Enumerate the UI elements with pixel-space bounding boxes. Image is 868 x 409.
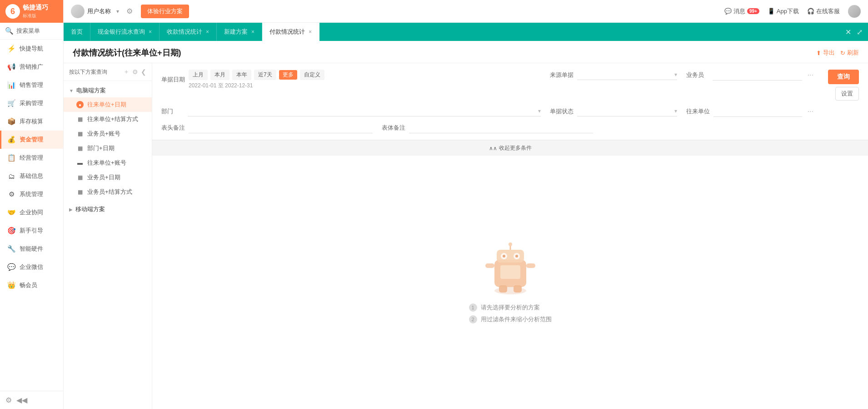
filter-staff: 业务员 ··· bbox=[686, 70, 813, 81]
scheme-dept-date[interactable]: ▦ 部门+日期 bbox=[64, 141, 152, 156]
purchase-icon: 🛒 bbox=[7, 99, 16, 108]
settings-bottom-icon[interactable]: ⚙ bbox=[5, 396, 12, 404]
sidebar-item-sales[interactable]: 📊 销售管理 bbox=[0, 76, 63, 94]
filter-source: 来源单据 ▾ bbox=[550, 70, 677, 80]
tab-payment-stats-close[interactable]: × bbox=[309, 29, 312, 35]
tab-home[interactable]: 首页 bbox=[64, 23, 90, 41]
scheme-unit-date-label: 往来单位+日期 bbox=[87, 101, 126, 109]
mobile-section-title: 移动端方案 bbox=[75, 205, 105, 213]
sidebar-item-marketing[interactable]: 📢 营销推广 bbox=[0, 58, 63, 76]
svg-rect-11 bbox=[499, 285, 507, 293]
scheme-unit-date[interactable]: ● 往来单位+日期 bbox=[64, 97, 152, 112]
purchase-label: 采购管理 bbox=[20, 99, 43, 107]
tab-new-scheme[interactable]: 新建方案 × bbox=[217, 23, 262, 41]
filter-date: 单据日期 上月 本月 本年 近7天 更多 自定义 20 bbox=[161, 70, 541, 90]
online-service-btn[interactable]: 🎧 在线客服 bbox=[807, 7, 840, 15]
dept-label: 部门 bbox=[161, 107, 184, 116]
collapse-more-btn[interactable]: ∧∧ 收起更多条件 bbox=[489, 144, 532, 152]
desktop-section-header[interactable]: ▼ 电脑端方案 bbox=[64, 84, 152, 97]
scheme-staff-date-icon: ▦ bbox=[76, 174, 84, 181]
message-icon: 💬 bbox=[724, 8, 732, 15]
header-note-input[interactable] bbox=[189, 122, 373, 133]
sidebar-item-cooperation[interactable]: 🤝 企业协同 bbox=[0, 203, 63, 222]
partner-input[interactable] bbox=[713, 106, 802, 117]
source-label: 来源单据 bbox=[550, 71, 574, 79]
sidebar-item-operations[interactable]: 📋 经营管理 bbox=[0, 149, 63, 167]
app-download-label: App下载 bbox=[777, 7, 799, 15]
app-download-btn[interactable]: 📱 App下载 bbox=[768, 7, 799, 15]
search-menu-label: 搜索菜单 bbox=[16, 27, 40, 35]
app-edition: 标准版 bbox=[23, 13, 48, 19]
profile-dropdown-arrow[interactable]: ▾ bbox=[116, 8, 119, 15]
date-label: 单据日期 bbox=[161, 76, 185, 84]
refresh-btn[interactable]: ↻ 刷新 bbox=[840, 49, 859, 57]
scheme-staff-account[interactable]: ▦ 业务员+账号 bbox=[64, 126, 152, 141]
add-scheme-icon[interactable]: ＋ bbox=[123, 68, 130, 76]
mobile-toggle-icon: ▶ bbox=[69, 207, 73, 212]
svg-point-8 bbox=[509, 242, 512, 246]
partner-dots-icon[interactable]: ··· bbox=[808, 107, 813, 116]
settings-icon[interactable]: ⚙ bbox=[126, 7, 133, 15]
filter-row-1: 单据日期 上月 本月 本年 近7天 更多 自定义 20 bbox=[161, 70, 859, 101]
body-note-input[interactable] bbox=[409, 122, 593, 133]
hint-num-2: 2 bbox=[469, 315, 477, 323]
svg-rect-12 bbox=[514, 285, 522, 293]
export-btn[interactable]: ⬆ 导出 bbox=[816, 49, 835, 57]
date-custom[interactable]: 自定义 bbox=[300, 70, 324, 80]
source-select[interactable]: ▾ bbox=[577, 70, 677, 80]
try-industry-btn[interactable]: 体验行业方案 bbox=[141, 5, 189, 18]
filter-header-note: 表头备注 bbox=[161, 122, 373, 133]
date-more[interactable]: 更多 bbox=[279, 70, 297, 80]
app-name: 畅捷通巧 bbox=[23, 4, 48, 12]
scheme-staff-settlement[interactable]: ▦ 业务员+结算方式 bbox=[64, 185, 152, 199]
tab-cash-flow-close[interactable]: × bbox=[149, 29, 152, 35]
hint-text-1: 请先选择要分析的方案 bbox=[481, 303, 540, 312]
mobile-section-header[interactable]: ▶ 移动端方案 bbox=[64, 202, 152, 217]
staff-input[interactable] bbox=[713, 70, 802, 81]
sidebar-item-quick-nav[interactable]: ⚡ 快捷导航 bbox=[0, 40, 63, 58]
sidebar-item-wechat[interactable]: 💬 企业微信 bbox=[0, 258, 63, 276]
left-panel: 按以下方案查询 ＋ ⚙ ❮ ▼ 电脑端方案 ● 往来单位+日期 bbox=[64, 63, 152, 409]
tab-receipt-stats-close[interactable]: × bbox=[206, 29, 209, 35]
sidebar-item-finance[interactable]: 💰 资金管理 bbox=[0, 131, 63, 149]
doc-status-select[interactable]: ▾ bbox=[577, 106, 677, 116]
dept-select[interactable]: ▾ bbox=[188, 106, 541, 116]
scheme-unit-account[interactable]: ▬ 往来单位+账号 bbox=[64, 156, 152, 170]
filter-settings-btn[interactable]: 设置 bbox=[835, 87, 859, 101]
sidebar-item-member[interactable]: 👑 畅会员 bbox=[0, 276, 63, 294]
finance-label: 资金管理 bbox=[20, 136, 43, 144]
sidebar-item-system[interactable]: ⚙ 系统管理 bbox=[0, 185, 63, 203]
sidebar-item-inventory[interactable]: 📦 库存核算 bbox=[0, 112, 63, 131]
tab-maximize-icon[interactable]: ⤢ bbox=[857, 28, 863, 36]
profile-section[interactable]: 用户名称 bbox=[71, 5, 111, 18]
date-this-year[interactable]: 本年 bbox=[232, 70, 251, 80]
search-menu-item[interactable]: 🔍 搜索菜单 bbox=[0, 23, 63, 40]
user-avatar[interactable] bbox=[848, 5, 861, 18]
collapse-left-panel-icon[interactable]: ❮ bbox=[141, 68, 146, 76]
tab-payment-stats[interactable]: 付款情况统计 × bbox=[262, 23, 319, 41]
sidebar-item-hardware[interactable]: 🔧 智能硬件 bbox=[0, 240, 63, 258]
page-header-actions: ⬆ 导出 ↻ 刷新 bbox=[816, 49, 859, 57]
marketing-icon: 📢 bbox=[7, 62, 16, 71]
tab-cash-flow[interactable]: 现金银行流水查询 × bbox=[90, 23, 160, 41]
tab-close-all-icon[interactable]: ✕ bbox=[845, 28, 851, 36]
staff-dots-icon[interactable]: ··· bbox=[808, 71, 813, 79]
date-7days[interactable]: 近7天 bbox=[254, 70, 276, 80]
sidebar-item-basic-info[interactable]: 🗂 基础信息 bbox=[0, 167, 63, 185]
date-this-month[interactable]: 本月 bbox=[210, 70, 229, 80]
scheme-settings-icon[interactable]: ⚙ bbox=[132, 68, 138, 76]
guide-label: 新手引导 bbox=[20, 227, 43, 235]
scheme-staff-date[interactable]: ▦ 业务员+日期 bbox=[64, 170, 152, 185]
tab-new-scheme-close[interactable]: × bbox=[251, 29, 254, 35]
scheme-unit-settlement[interactable]: ▦ 往来单位+结算方式 bbox=[64, 112, 152, 126]
messages-btn[interactable]: 💬 消息 99+ bbox=[724, 7, 759, 15]
finance-icon: 💰 bbox=[7, 135, 16, 144]
date-last-month[interactable]: 上月 bbox=[189, 70, 208, 80]
sidebar: 6 畅捷通巧 标准版 🔍 搜索菜单 ⚡ 快捷导航 📢 营销推广 📊 销售管理 🛒… bbox=[0, 0, 64, 409]
empty-hint-1: 1 请先选择要分析的方案 bbox=[469, 303, 552, 312]
tab-receipt-stats[interactable]: 收款情况统计 × bbox=[160, 23, 217, 41]
collapse-sidebar-icon[interactable]: ◀◀ bbox=[16, 396, 27, 404]
query-btn[interactable]: 查询 bbox=[828, 70, 859, 84]
sidebar-item-guide[interactable]: 🎯 新手引导 bbox=[0, 222, 63, 240]
sidebar-item-purchase[interactable]: 🛒 采购管理 bbox=[0, 94, 63, 112]
